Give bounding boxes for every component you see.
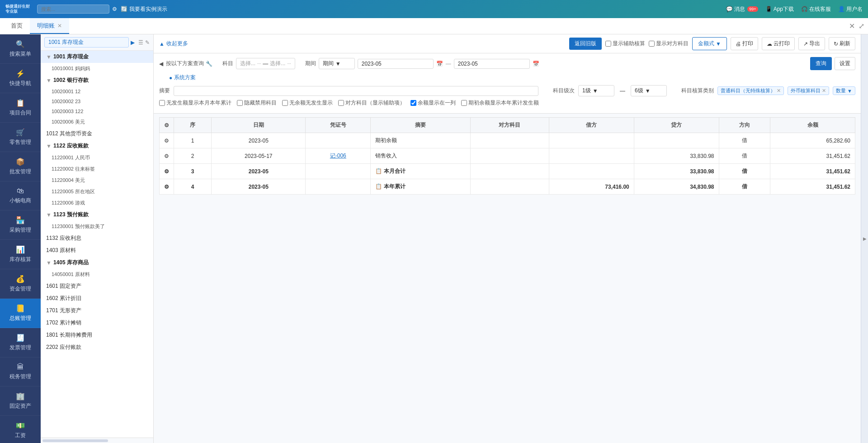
- global-search-input[interactable]: [37, 5, 109, 14]
- settings-btn[interactable]: 设置: [835, 57, 855, 70]
- tree-item-10020003[interactable]: 10020003 122: [41, 106, 153, 116]
- query-btn[interactable]: 查询: [810, 57, 832, 70]
- tree-item-1701[interactable]: 1701 无形资产: [41, 305, 153, 317]
- app-download-btn[interactable]: 📱 App下载: [765, 5, 794, 13]
- td-gear[interactable]: ⚙: [160, 148, 174, 164]
- tag-normal[interactable]: 普通科目（无特殊核算） ✕: [717, 86, 784, 95]
- tree-item-1122[interactable]: ▼ 1122 应收账款: [41, 140, 153, 152]
- tree-item-11220001[interactable]: 11220001 人民币: [41, 152, 153, 163]
- checkbox-no-occur-show[interactable]: 无发生额显示本月本年累计: [159, 99, 231, 107]
- sidebar-item-retail-mgmt[interactable]: 🛒 零售管理: [0, 123, 41, 152]
- checkbox-contra-show[interactable]: 对方科目（显示辅助项）: [338, 99, 405, 107]
- checkbox-no-occur-input[interactable]: [159, 100, 165, 106]
- tag-quantity[interactable]: 数量 ▼: [833, 86, 855, 95]
- tab-close-icon[interactable]: ✕: [57, 23, 62, 29]
- tab-detail[interactable]: 明细账 ✕: [30, 18, 69, 34]
- tree-item-1123[interactable]: ▼ 1123 预付账款: [41, 209, 153, 221]
- print-btn[interactable]: 🖨 打印: [731, 37, 758, 50]
- tree-item-1602[interactable]: 1602 累计折旧: [41, 292, 153, 305]
- collapse-filter-btn[interactable]: ◀: [159, 61, 163, 67]
- sidebar-item-accounting[interactable]: 📒 总账管理: [0, 299, 41, 328]
- settings-icon[interactable]: ⚙: [112, 6, 117, 12]
- tree-item-1403[interactable]: 1403 原材料: [41, 244, 153, 257]
- edit-icon[interactable]: ✎: [145, 39, 150, 46]
- tree-item-1702[interactable]: 1702 累计摊销: [41, 317, 153, 329]
- subject-select[interactable]: 选择... ··· — 选择... ···: [236, 58, 295, 69]
- list-icon[interactable]: ☰: [138, 39, 143, 46]
- tree-item-1801[interactable]: 1801 长期待摊费用: [41, 329, 153, 341]
- td-voucher[interactable]: [306, 179, 371, 195]
- show-contra-checkbox[interactable]: 显示对方科目: [649, 40, 689, 48]
- td-voucher[interactable]: [306, 164, 371, 179]
- tree-item-1001[interactable]: ▼ 1001 库存现金: [41, 51, 153, 63]
- filter-icon[interactable]: 🔧: [206, 61, 212, 67]
- tree-item-10020002[interactable]: 10020002 23: [41, 96, 153, 106]
- sidebar-item-inventory[interactable]: 📊 库存核算: [0, 240, 41, 269]
- tree-item-1002[interactable]: ▼ 1002 银行存款: [41, 74, 153, 86]
- amount-mode-btn[interactable]: 金额式 ▼: [692, 37, 727, 50]
- tree-item-2202[interactable]: 2202 应付账款: [41, 341, 153, 353]
- sidebar-item-search-menu[interactable]: 🔍 搜索菜单: [0, 34, 41, 64]
- checkbox-hide-disabled-input[interactable]: [237, 100, 243, 106]
- sidebar-item-xiaochangec[interactable]: 🛍 小畅电商: [0, 181, 41, 210]
- checkbox-no-balance-input[interactable]: [282, 100, 288, 106]
- date-from-input[interactable]: [358, 59, 434, 69]
- horizontal-scrollbar[interactable]: [42, 439, 108, 442]
- show-aux-checkbox[interactable]: 显示辅助核算: [605, 40, 645, 48]
- sidebar-item-project-contract[interactable]: 📋 项目合同: [0, 93, 41, 123]
- td-voucher[interactable]: 记-006: [306, 148, 371, 164]
- tree-item-1012[interactable]: 1012 其他货币资金: [41, 128, 153, 140]
- show-contra-input[interactable]: [649, 41, 655, 47]
- th-settings[interactable]: ⚙: [160, 118, 174, 133]
- tree-item-1132[interactable]: 1132 应收利息: [41, 232, 153, 244]
- tag-remove-icon[interactable]: ✕: [822, 88, 826, 94]
- sidebar-item-salary[interactable]: 💵 工资: [0, 416, 41, 443]
- sidebar-item-capital-mgmt[interactable]: 💰 资金管理: [0, 269, 41, 299]
- td-gear[interactable]: ⚙: [160, 179, 174, 195]
- level-to-select[interactable]: 6级 ▼: [631, 85, 667, 96]
- tab-bar-expand-btn[interactable]: ⤢: [859, 22, 864, 30]
- tree-item-11220005[interactable]: 11220005 所在地区: [41, 186, 153, 197]
- checkbox-hide-disabled[interactable]: 隐藏禁用科目: [237, 99, 277, 107]
- td-voucher[interactable]: [306, 133, 371, 148]
- tree-item-10010001[interactable]: 10010001 妈妈妈: [41, 63, 153, 74]
- level-from-select[interactable]: 1级 ▼: [578, 85, 614, 96]
- show-aux-input[interactable]: [605, 41, 611, 47]
- subject-next-icon[interactable]: ▶: [131, 39, 135, 46]
- td-gear[interactable]: ⚙: [160, 133, 174, 148]
- message-btn[interactable]: 💬 消息 99+: [726, 5, 758, 13]
- tree-item-11230001[interactable]: 11230001 预付账款美了: [41, 221, 153, 232]
- online-service-btn[interactable]: 🎧 在线客服: [801, 5, 831, 13]
- checkbox-no-balance-show[interactable]: 无余额无发生显示: [282, 99, 333, 107]
- tag-foreign[interactable]: 外币核算科目 ✕: [788, 86, 829, 95]
- sidebar-item-fixed-assets[interactable]: 🏢 固定资产: [0, 386, 41, 416]
- tree-item-11220006[interactable]: 11220006 游戏: [41, 197, 153, 209]
- td-gear[interactable]: ⚙: [160, 164, 174, 179]
- date-to-input[interactable]: [454, 59, 530, 69]
- checkbox-opening-input[interactable]: [461, 100, 467, 106]
- subject-badge[interactable]: 1001 库存现金: [44, 37, 129, 48]
- checkbox-balance-one-col[interactable]: 余额显示在一列: [410, 99, 456, 107]
- refresh-btn[interactable]: ↻ 刷新: [829, 37, 855, 50]
- tree-item-10020006[interactable]: 10020006 美元: [41, 116, 153, 128]
- tree-item-1601[interactable]: 1601 固定资产: [41, 280, 153, 292]
- demo-link[interactable]: 🔄 我要看实例演示: [121, 5, 167, 13]
- tree-item-11220002[interactable]: 11220002 往来标签: [41, 163, 153, 175]
- tree-item-14050001[interactable]: 14050001 原材料: [41, 269, 153, 280]
- tree-item-1405[interactable]: ▼ 1405 库存商品: [41, 257, 153, 269]
- sidebar-item-wholesale-mgmt[interactable]: 📦 批发管理: [0, 152, 41, 181]
- back-old-version-btn[interactable]: 返回旧版: [569, 38, 602, 50]
- sidebar-item-invoice-mgmt[interactable]: 🧾 发票管理: [0, 328, 41, 357]
- sidebar-item-quick-nav[interactable]: ⚡ 快捷导航: [0, 64, 41, 93]
- checkbox-balance-col-input[interactable]: [410, 100, 416, 106]
- tree-item-11220004[interactable]: 11220004 美元: [41, 175, 153, 186]
- cloud-print-btn[interactable]: ☁ 云打印: [762, 37, 795, 50]
- system-scheme-link[interactable]: ● 系统方案: [169, 74, 196, 81]
- tab-bar-close-btn[interactable]: ✕: [849, 22, 855, 30]
- export-btn[interactable]: ↗ 导出: [798, 37, 825, 50]
- checkbox-opening-show[interactable]: 期初余额显示本年累计发生额: [461, 99, 539, 107]
- right-collapse-panel[interactable]: ▶: [861, 34, 868, 443]
- tree-item-10020001[interactable]: 10020001 12: [41, 86, 153, 96]
- checkbox-contra-input[interactable]: [338, 100, 344, 106]
- expand-more-btn[interactable]: ▲ 收起更多: [159, 40, 188, 48]
